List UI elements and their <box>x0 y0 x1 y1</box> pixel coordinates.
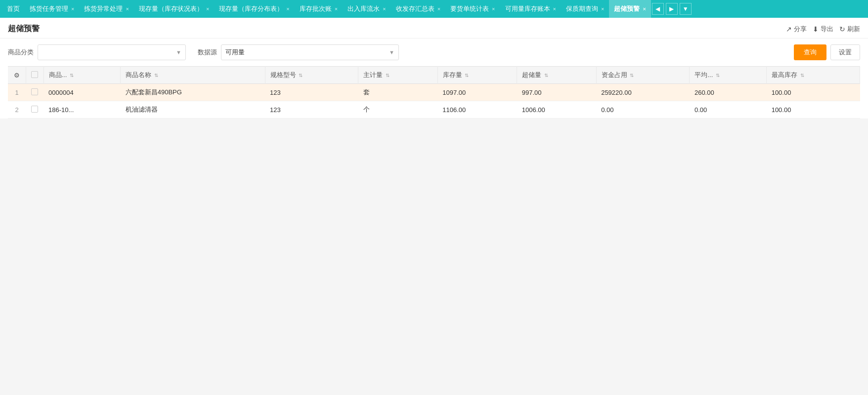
col-checkbox <box>26 67 43 84</box>
unit-cell: 个 <box>358 101 437 118</box>
avg-cell: 260.00 <box>690 84 767 101</box>
product-code-cell: 186-10... <box>43 101 121 118</box>
stock-cell: 1097.00 <box>437 84 517 101</box>
col-overstock[interactable]: 超储量 ⇅ <box>517 67 596 84</box>
close-overstock-icon[interactable]: × <box>643 6 646 12</box>
header-actions: ↗ 分享 ⬇ 导出 ↻ 刷新 <box>786 25 860 34</box>
datasource-label: 数据源 <box>198 48 217 57</box>
filter-area: 商品分类 ▼ 数据源 可用量 ▼ 查询 设置 <box>0 39 868 66</box>
datasource-select[interactable]: 可用量 ▼ <box>221 44 399 60</box>
table-wrapper: ⚙ 商品... ⇅ 商品名称 ⇅ 规格型号 ⇅ <box>0 66 868 118</box>
sort-capital-icon: ⇅ <box>630 73 634 78</box>
col-settings[interactable]: ⚙ <box>8 67 26 84</box>
avg-cell: 0.00 <box>690 101 767 118</box>
sort-unit-icon: ⇅ <box>386 73 390 78</box>
nav-batch[interactable]: 库存批次账 × <box>295 0 343 18</box>
close-inventory-dist-icon[interactable]: × <box>286 6 289 12</box>
category-filter-group: 商品分类 ▼ <box>8 44 186 60</box>
close-available-icon[interactable]: × <box>553 6 556 12</box>
col-product-name[interactable]: 商品名称 ⇅ <box>121 67 265 84</box>
col-max-stock[interactable]: 最高库存 ⇅ <box>767 67 860 84</box>
top-navigation: 首页 拣货任务管理 × 拣货异常处理 × 现存量（库存状况表） × 现存量（库存… <box>0 0 868 18</box>
nav-arrow-left[interactable]: ◀ <box>652 3 664 15</box>
sort-product-name-icon: ⇅ <box>154 73 158 78</box>
product-name-cell: 六配套新昌490BPG <box>121 84 265 101</box>
overstock-cell: 997.00 <box>517 84 596 101</box>
page-header: 超储预警 ↗ 分享 ⬇ 导出 ↻ 刷新 <box>0 18 868 39</box>
stock-cell: 1106.00 <box>437 101 517 118</box>
export-button[interactable]: ⬇ 导出 <box>813 25 833 34</box>
product-name-cell: 机油滤清器 <box>121 101 265 118</box>
col-unit[interactable]: 主计量 ⇅ <box>358 67 437 84</box>
category-arrow-icon: ▼ <box>176 49 181 55</box>
max-stock-cell: 100.00 <box>767 84 860 101</box>
nav-collect[interactable]: 收发存汇总表 × <box>391 0 445 18</box>
close-task-mgmt-icon[interactable]: × <box>71 6 74 12</box>
close-in-out-icon[interactable]: × <box>383 6 386 12</box>
product-code-cell: 0000004 <box>43 84 121 101</box>
category-label: 商品分类 <box>8 48 34 57</box>
datasource-filter-group: 数据源 可用量 ▼ <box>198 44 399 60</box>
nav-task-mgmt[interactable]: 拣货任务管理 × <box>25 0 79 18</box>
overstock-cell: 1006.00 <box>517 101 596 118</box>
col-product-code[interactable]: 商品... ⇅ <box>43 67 121 84</box>
category-select[interactable]: ▼ <box>38 44 186 60</box>
nav-in-out[interactable]: 出入库流水 × <box>343 0 391 18</box>
row-checkbox-cell <box>26 84 43 101</box>
table-row: 1 0000004 六配套新昌490BPG 123 套 1097.00 997.… <box>8 84 860 101</box>
sort-product-code-icon: ⇅ <box>70 73 74 78</box>
close-abnormal-icon[interactable]: × <box>126 6 129 12</box>
nav-overstock[interactable]: 超储预警 × <box>609 0 651 18</box>
close-quality-icon[interactable]: × <box>601 6 604 12</box>
nav-abnormal[interactable]: 拣货异常处理 × <box>79 0 133 18</box>
query-button[interactable]: 查询 <box>794 44 826 60</box>
close-order-stat-icon[interactable]: × <box>492 6 495 12</box>
settings-button[interactable]: 设置 <box>830 44 860 60</box>
nav-arrow-right[interactable]: ▶ <box>666 3 678 15</box>
row-num-cell: 2 <box>8 101 26 118</box>
refresh-icon: ↻ <box>839 25 845 33</box>
spec-cell: 123 <box>265 101 358 118</box>
nav-available[interactable]: 可用量库存账本 × <box>500 0 561 18</box>
sort-stock-icon: ⇅ <box>465 73 469 78</box>
sort-max-stock-icon: ⇅ <box>800 73 804 78</box>
close-inventory-status-icon[interactable]: × <box>206 6 209 12</box>
row-num-cell: 1 <box>8 84 26 101</box>
row-checkbox[interactable] <box>31 106 38 113</box>
nav-home[interactable]: 首页 <box>2 0 25 18</box>
spec-cell: 123 <box>265 84 358 101</box>
page-title: 超储预警 <box>8 24 40 34</box>
nav-inventory-status[interactable]: 现存量（库存状况表） × <box>134 0 214 18</box>
nav-inventory-dist[interactable]: 现存量（库存分布表） × <box>214 0 294 18</box>
datasource-value: 可用量 <box>225 48 245 57</box>
datasource-arrow-icon: ▼ <box>389 49 394 55</box>
sort-spec-icon: ⇅ <box>299 73 303 78</box>
nav-order-stat[interactable]: 要货单统计表 × <box>445 0 500 18</box>
col-avg[interactable]: 平均... ⇅ <box>690 67 767 84</box>
page-container: 超储预警 ↗ 分享 ⬇ 导出 ↻ 刷新 商品分类 ▼ 数据源 <box>0 18 868 118</box>
close-batch-icon[interactable]: × <box>335 6 338 12</box>
nav-quality[interactable]: 保质期查询 × <box>561 0 609 18</box>
capital-cell: 0.00 <box>596 101 690 118</box>
close-collect-icon[interactable]: × <box>437 6 440 12</box>
table-header-row: ⚙ 商品... ⇅ 商品名称 ⇅ 规格型号 ⇅ <box>8 67 860 84</box>
max-stock-cell: 100.00 <box>767 101 860 118</box>
header-checkbox[interactable] <box>31 71 38 78</box>
row-checkbox-cell <box>26 101 43 118</box>
data-table: ⚙ 商品... ⇅ 商品名称 ⇅ 规格型号 ⇅ <box>8 66 860 118</box>
nav-arrow-more[interactable]: ▼ <box>680 3 692 15</box>
share-button[interactable]: ↗ 分享 <box>786 25 807 34</box>
sort-overstock-icon: ⇅ <box>544 73 548 78</box>
export-icon: ⬇ <box>813 25 819 33</box>
share-icon: ↗ <box>786 25 792 33</box>
settings-icon: ⚙ <box>14 72 20 79</box>
filter-actions: 查询 设置 <box>794 44 860 60</box>
row-checkbox[interactable] <box>31 88 38 95</box>
table-row: 2 186-10... 机油滤清器 123 个 1106.00 1006.00 … <box>8 101 860 118</box>
col-capital[interactable]: 资金占用 ⇅ <box>596 67 690 84</box>
col-spec[interactable]: 规格型号 ⇅ <box>265 67 358 84</box>
col-stock[interactable]: 库存量 ⇅ <box>437 67 517 84</box>
refresh-button[interactable]: ↻ 刷新 <box>839 25 860 34</box>
unit-cell: 套 <box>358 84 437 101</box>
capital-cell: 259220.00 <box>596 84 690 101</box>
